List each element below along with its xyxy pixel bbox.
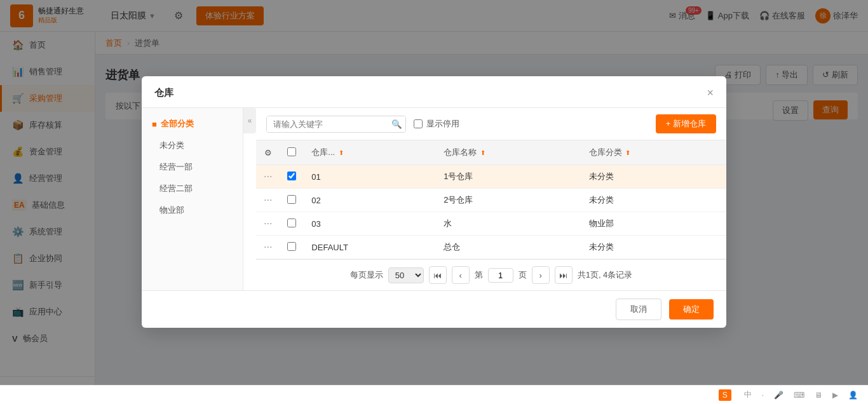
cell-category: 物业部 <box>581 212 726 236</box>
table-header-row: ⚙ 仓库... ⬆ 仓库名称 ⬆ <box>256 140 726 165</box>
modal-left-panel: ■ 全部分类 未分类 经营一部 经营二部 物业部 <box>142 108 243 290</box>
th-name: 仓库名称 ⬆ <box>436 140 581 165</box>
cell-more: ··· <box>256 165 280 189</box>
per-page-label: 每页显示 <box>350 269 383 281</box>
row-checkbox[interactable] <box>287 242 296 251</box>
cell-code: 01 <box>304 165 436 189</box>
cell-more: ··· <box>256 212 280 236</box>
page-next-button[interactable]: › <box>532 266 550 284</box>
modal-header: 仓库 × <box>142 76 726 108</box>
th-code: 仓库... ⬆ <box>304 140 436 165</box>
table-row[interactable]: ··· 02 2号仓库 未分类 <box>256 189 726 212</box>
table-row[interactable]: ··· DEFAULT 总仓 未分类 <box>256 236 726 259</box>
status-dot: · <box>762 391 764 400</box>
th-gear: ⚙ <box>256 140 280 165</box>
cancel-button[interactable]: 取消 <box>616 299 661 320</box>
cell-more: ··· <box>256 189 280 212</box>
table-row[interactable]: ··· 03 水 物业部 <box>256 212 726 236</box>
select-all-checkbox[interactable] <box>287 147 296 156</box>
page-label: 第 <box>475 269 483 281</box>
show-disabled-area: 显示停用 <box>414 118 459 130</box>
page-number-input[interactable] <box>488 268 513 283</box>
cell-category: 未分类 <box>581 189 726 212</box>
category-ops1[interactable]: 经营一部 <box>142 156 243 178</box>
cell-code: 02 <box>304 189 436 212</box>
sort-name-icon: ⬆ <box>480 149 485 156</box>
th-category-label: 仓库分类 <box>589 147 622 157</box>
more-icon[interactable]: ··· <box>264 171 272 182</box>
cell-category: 未分类 <box>581 236 726 259</box>
warehouse-table: ⚙ 仓库... ⬆ 仓库名称 ⬆ <box>256 140 726 259</box>
page-prev-button[interactable]: ‹ <box>452 266 470 284</box>
modal-right-panel: 🔍 显示停用 + 新增仓库 ⚙ <box>256 108 726 290</box>
page-first-button[interactable]: ⏮ <box>429 266 447 284</box>
collapse-icon: « <box>248 116 252 125</box>
status-monitor: 🖥 <box>815 391 822 400</box>
table-body: ··· 01 1号仓库 未分类 ··· 02 2号仓库 未分类 ··· 03 水… <box>256 165 726 259</box>
sort-category-icon: ⬆ <box>625 149 630 156</box>
more-icon[interactable]: ··· <box>264 218 272 229</box>
category-property[interactable]: 物业部 <box>142 199 243 221</box>
modal-toolbar: 🔍 显示停用 + 新增仓库 <box>256 108 726 140</box>
page-last-button[interactable]: ⏭ <box>555 266 573 284</box>
cell-category: 未分类 <box>581 165 726 189</box>
th-name-label: 仓库名称 <box>444 147 477 157</box>
category-all-header[interactable]: ■ 全部分类 <box>142 113 243 135</box>
cell-code: DEFAULT <box>304 236 436 259</box>
cell-name: 1号仓库 <box>436 165 581 189</box>
cell-checkbox <box>280 212 304 236</box>
search-button[interactable]: 🔍 <box>386 116 406 132</box>
warehouse-table-wrap: ⚙ 仓库... ⬆ 仓库名称 ⬆ <box>256 140 726 259</box>
warehouse-modal: 仓库 × ■ 全部分类 未分类 经营一部 经营二部 <box>142 76 726 328</box>
status-brand: S <box>719 389 731 401</box>
pagination-bar: 每页显示 50 10 20 100 ⏮ ‹ 第 页 › ⏭ 共1页, 4条记录 <box>256 259 726 290</box>
cell-checkbox <box>280 236 304 259</box>
cell-more: ··· <box>256 236 280 259</box>
grid-icon: ■ <box>152 119 157 129</box>
confirm-button[interactable]: 确定 <box>669 299 714 320</box>
status-play: ▶ <box>832 391 838 400</box>
category-unclassified[interactable]: 未分类 <box>142 135 243 156</box>
page-suffix: 页 <box>519 269 527 281</box>
new-warehouse-button[interactable]: + 新增仓库 <box>656 114 716 133</box>
category-all-label: 全部分类 <box>161 118 194 130</box>
more-icon[interactable]: ··· <box>264 241 272 252</box>
status-keyboard: ⌨ <box>794 391 804 400</box>
modal-action-footer: 取消 确定 <box>142 290 726 328</box>
status-bar: S 中 · 🎤 ⌨ 🖥 ▶ 👤 <box>0 385 868 404</box>
collapse-button[interactable]: « <box>243 108 256 133</box>
cell-checkbox <box>280 165 304 189</box>
modal-overlay: 仓库 × ■ 全部分类 未分类 经营一部 经营二部 <box>0 0 868 404</box>
sort-code-icon: ⬆ <box>339 149 344 156</box>
show-disabled-checkbox[interactable] <box>414 119 423 128</box>
th-code-label: 仓库... <box>311 147 335 157</box>
cell-checkbox <box>280 189 304 212</box>
per-page-select[interactable]: 50 10 20 100 <box>388 267 424 283</box>
th-checkbox <box>280 140 304 165</box>
status-user: 👤 <box>848 391 858 400</box>
row-checkbox[interactable] <box>287 195 296 204</box>
modal-body: ■ 全部分类 未分类 经营一部 经营二部 物业部 « <box>142 108 726 290</box>
cell-code: 03 <box>304 212 436 236</box>
category-ops2[interactable]: 经营二部 <box>142 178 243 199</box>
cell-name: 水 <box>436 212 581 236</box>
table-row[interactable]: ··· 01 1号仓库 未分类 <box>256 165 726 189</box>
modal-title: 仓库 <box>154 87 173 99</box>
status-lang: 中 <box>744 389 752 400</box>
cell-name: 总仓 <box>436 236 581 259</box>
cell-name: 2号仓库 <box>436 189 581 212</box>
status-mic: 🎤 <box>774 391 783 400</box>
modal-close-button[interactable]: × <box>707 86 714 100</box>
total-info: 共1页, 4条记录 <box>578 269 633 281</box>
th-category: 仓库分类 ⬆ <box>581 140 726 165</box>
toolbar-left: 🔍 显示停用 <box>266 116 459 133</box>
show-disabled-label: 显示停用 <box>426 118 459 130</box>
more-icon[interactable]: ··· <box>264 194 272 205</box>
search-box: 🔍 <box>266 116 406 133</box>
row-checkbox[interactable] <box>287 219 296 227</box>
row-checkbox[interactable] <box>287 172 296 180</box>
search-input[interactable] <box>267 116 386 132</box>
